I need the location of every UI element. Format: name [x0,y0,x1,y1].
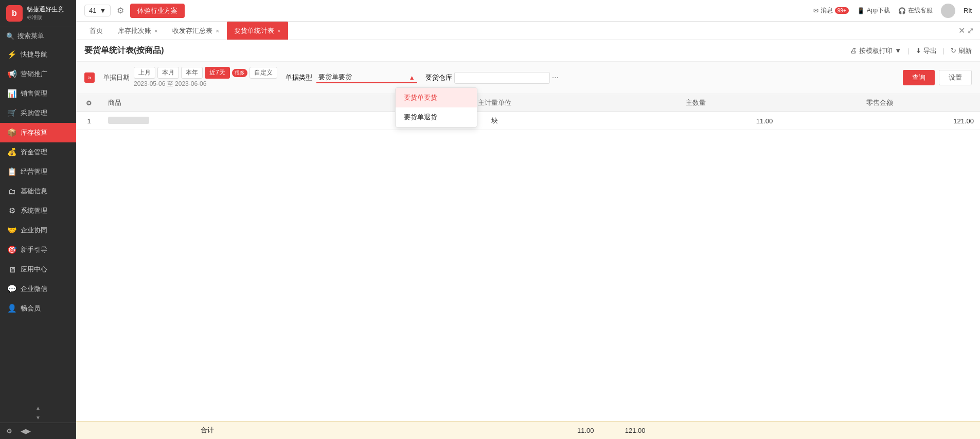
table-header: ⚙ 商品 主计量单位 主数量 零售金额 [76,94,980,112]
sidebar-scroll-down[interactable]: ▼ [0,413,76,423]
sidebar-item-marketing[interactable]: 📢 营销推广 [0,64,76,84]
product-blurred [108,117,149,124]
table-body: 1 块 11.00 121.00 [76,112,980,130]
warehouse-more-icon[interactable]: ··· [552,73,559,82]
online-service-btn[interactable]: 🎧 在线客服 [898,6,933,15]
tab-batch-account-close[interactable]: × [154,28,157,34]
dropdown-item-order-goods[interactable]: 要货单要货 [396,88,477,107]
warehouse-filter-group: 要货仓库 ··· [425,72,559,84]
page: 要货单统计表(按商品) 🖨 按模板打印 ▼ | ⬇ 导出 | ↻ [76,40,980,439]
tab-order-stats[interactable]: 要货单统计表 × [227,22,288,40]
tab-bar: 首页 库存批次账 × 收发存汇总表 × 要货单统计表 × ✕ ⤢ [76,22,980,40]
sidebar-item-quick-nav[interactable]: ⚡ 快捷导航 [0,45,76,64]
sidebar-scroll-up[interactable]: ▲ [0,403,76,413]
sales-icon: 📊 [7,89,16,98]
tab-collection-summary[interactable]: 收发存汇总表 × [165,22,226,40]
sidebar-item-finance[interactable]: 💰 资金管理 [0,142,76,162]
warehouse-input[interactable] [454,72,550,84]
prev-month-btn[interactable]: 上月 [134,67,155,79]
operation-icon: 📋 [7,167,16,176]
tab-home[interactable]: 首页 [82,22,111,40]
sidebar: b 畅捷通好生意 标准版 🔍 搜索菜单 ⚡ 快捷导航 📢 营销推广 📊 销售管理… [0,0,76,439]
collapse-icon[interactable]: ◀▶ [21,427,31,435]
phone-icon: 📱 [857,7,865,14]
this-year-btn[interactable]: 本年 [181,67,203,79]
this-month-btn[interactable]: 本月 [157,67,179,79]
col-product: 商品 [102,94,377,112]
tab-batch-account[interactable]: 库存批次账 × [111,22,165,40]
scroll-up-icon: ▲ [35,405,41,411]
refresh-btn[interactable]: ↻ 刷新 [951,46,972,56]
sidebar-search[interactable]: 🔍 搜索菜单 [0,27,76,45]
print-template-btn[interactable]: 🖨 按模板打印 ▼ [850,46,901,56]
last-7days-btn[interactable]: 近7天 [205,67,230,79]
sidebar-item-basic[interactable]: 🗂 基础信息 [0,181,76,201]
store-selector[interactable]: 41 ▼ [84,5,111,16]
type-filter-group: 单据类型 ▲ [286,72,417,83]
trial-btn[interactable]: 体验行业方案 [130,4,185,18]
date-filter-group: 单据日期 上月 本月 本年 近7天 很多 自定义 2023-05-06 至 20… [103,67,277,88]
tab-collection-summary-label: 收发存汇总表 [172,26,212,35]
sidebar-item-label: 营销推广 [21,69,47,79]
tab-home-label: 首页 [90,26,103,35]
filter-bar: » 单据日期 上月 本月 本年 近7天 很多 自定义 2023-05-06 至 … [76,62,980,94]
cell-seq: 1 [76,112,102,130]
topbar-right: ✉ 消息 99+ 📱 App下载 🎧 在线客服 Rit [813,4,972,18]
store-number: 41 [89,7,96,14]
settings-bottom-icon[interactable]: ⚙ [6,427,12,435]
user-avatar[interactable] [941,4,955,18]
store-dropdown-icon: ▼ [99,7,106,14]
sidebar-item-label: 企业微信 [21,284,47,294]
cell-qty: 11.00 [612,112,779,130]
finance-icon: 💰 [7,148,16,157]
export-btn[interactable]: ⬇ 导出 [916,46,937,56]
tab-order-stats-close[interactable]: × [277,28,280,34]
sidebar-item-enterprise[interactable]: 🤝 企业协同 [0,221,76,240]
table-footer: 合计 11.00 121.00 [76,421,980,439]
data-table: ⚙ 商品 主计量单位 主数量 零售金额 1 [76,94,980,130]
sidebar-item-sales[interactable]: 📊 销售管理 [0,84,76,103]
message-icon: ✉ [813,7,818,14]
member-icon: 👤 [7,304,16,313]
filter-toggle-btn[interactable]: » [84,72,95,83]
sidebar-nav: ⚡ 快捷导航 📢 营销推广 📊 销售管理 🛒 采购管理 📦 库存核算 💰 资金管… [0,45,76,403]
app-logo-text: 畅捷通好生意 标准版 [27,6,64,21]
sidebar-item-label: 销售管理 [21,89,47,98]
page-actions: 🖨 按模板打印 ▼ | ⬇ 导出 | ↻ 刷新 [850,46,972,56]
sidebar-item-label: 快捷导航 [21,50,47,59]
sidebar-item-member[interactable]: 👤 畅会员 [0,299,76,318]
tab-batch-account-label: 库存批次账 [118,26,151,35]
table-wrapper: ⚙ 商品 主计量单位 主数量 零售金额 1 [76,94,980,421]
sidebar-item-purchase[interactable]: 🛒 采购管理 [0,103,76,123]
sidebar-item-operation[interactable]: 📋 经营管理 [0,162,76,181]
query-btn[interactable]: 查询 [903,70,935,85]
col-settings: ⚙ [76,94,102,112]
sidebar-item-label: 系统管理 [21,206,47,215]
dropdown-item-order-return[interactable]: 要货单退货 [396,107,477,127]
page-header: 要货单统计表(按商品) 🖨 按模板打印 ▼ | ⬇ 导出 | ↻ [76,40,980,62]
app-download-btn[interactable]: 📱 App下载 [857,6,890,15]
system-icon: ⚙ [7,206,16,215]
app-logo-icon: b [6,5,23,22]
type-select-input[interactable] [316,72,417,83]
sidebar-item-system[interactable]: ⚙ 系统管理 [0,201,76,221]
sidebar-item-wechat[interactable]: 💬 企业微信 [0,279,76,299]
custom-date-btn[interactable]: 自定义 [250,67,277,79]
sidebar-item-label: 经营管理 [21,167,47,176]
sidebar-item-appstore[interactable]: 🖥 应用中心 [0,260,76,279]
col-amount: 零售金额 [779,94,980,112]
close-all-tabs-icon[interactable]: ✕ [958,26,965,35]
sidebar-item-guide[interactable]: 🎯 新手引导 [0,240,76,260]
marketing-icon: 📢 [7,69,16,79]
filter-settings-btn[interactable]: 设置 [939,70,972,85]
message-btn[interactable]: ✉ 消息 99+ [813,6,849,15]
export-icon: ⬇ [916,47,921,54]
sidebar-item-inventory[interactable]: 📦 库存核算 [0,123,76,142]
table-settings-icon[interactable]: ⚙ [86,99,92,107]
divider-1: | [907,47,909,54]
sidebar-item-label: 资金管理 [21,148,47,157]
tab-collection-summary-close[interactable]: × [216,28,219,34]
expand-tabs-icon[interactable]: ⤢ [967,26,974,35]
topbar-settings-icon[interactable]: ⚙ [117,6,124,15]
search-icon: 🔍 [6,32,14,40]
